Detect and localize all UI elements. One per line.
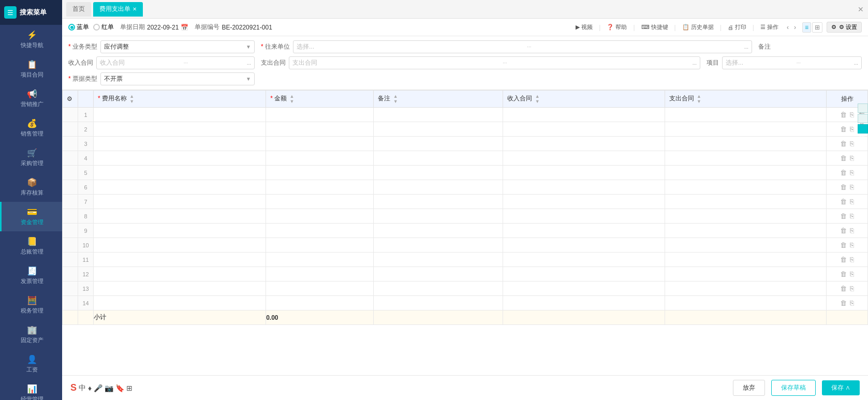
row-remark-cell[interactable]: [374, 224, 503, 238]
toolbar-actions-btn[interactable]: ☰ 操作: [758, 22, 781, 32]
save-draft-button[interactable]: 保存草稿: [771, 380, 816, 396]
row-income-contract-cell[interactable]: [503, 122, 665, 137]
row-expense-name-cell[interactable]: [94, 253, 266, 267]
brand-grid-icon[interactable]: ⊞: [126, 384, 133, 392]
row-expense-contract-cell[interactable]: [665, 137, 826, 151]
row-expense-name-cell[interactable]: [94, 180, 266, 195]
row-income-contract-cell[interactable]: [503, 166, 665, 180]
row-expense-contract-cell[interactable]: [665, 151, 826, 166]
row-delete-icon[interactable]: 🗑: [840, 183, 847, 191]
toolbar-print-btn[interactable]: 🖨 打印: [726, 22, 748, 32]
row-income-contract-cell[interactable]: [503, 180, 665, 195]
row-expense-contract-cell[interactable]: [665, 195, 826, 209]
nav-prev[interactable]: ‹: [785, 23, 791, 32]
row-expense-name-cell[interactable]: [94, 122, 266, 137]
row-delete-icon[interactable]: 🗑: [840, 285, 847, 292]
row-delete-icon[interactable]: 🗑: [840, 299, 847, 307]
row-expense-name-cell[interactable]: [94, 151, 266, 166]
sidebar-header[interactable]: ☰ 搜索菜单: [0, 0, 62, 25]
sidebar-item-purchase[interactable]: 🛒采购管理: [0, 143, 62, 172]
setting-button[interactable]: ⚙ ⚙ 设置: [827, 22, 862, 33]
row-remark-cell[interactable]: [374, 209, 503, 224]
row-copy-icon[interactable]: ⎘: [850, 183, 854, 191]
row-expense-contract-cell[interactable]: [665, 209, 826, 224]
tab-home[interactable]: 首页: [66, 2, 91, 17]
row-expense-contract-cell[interactable]: [665, 238, 826, 253]
row-expense-name-cell[interactable]: [94, 267, 266, 282]
row-remark-cell[interactable]: [374, 296, 503, 310]
brand-zhong-icon[interactable]: 中: [79, 383, 86, 393]
row-delete-icon[interactable]: 🗑: [840, 140, 847, 147]
sidebar-item-accounting[interactable]: 📒总账管理: [0, 231, 62, 261]
row-expense-name-cell[interactable]: [94, 137, 266, 151]
row-delete-icon[interactable]: 🗑: [840, 111, 847, 118]
row-expense-contract-cell[interactable]: [665, 108, 826, 122]
row-delete-icon[interactable]: 🗑: [840, 256, 847, 263]
table-income-contract-col[interactable]: 收入合同 ▲▼: [503, 91, 665, 108]
row-amount-cell[interactable]: [266, 137, 374, 151]
row-remark-cell[interactable]: [374, 282, 503, 296]
row-income-contract-cell[interactable]: [503, 224, 665, 238]
row-expense-name-cell[interactable]: [94, 195, 266, 209]
row-delete-icon[interactable]: 🗑: [840, 241, 847, 249]
row-income-contract-cell[interactable]: [503, 151, 665, 166]
row-amount-cell[interactable]: [266, 209, 374, 224]
window-close-btn[interactable]: ✕: [858, 5, 864, 13]
sidebar-item-operations[interactable]: 📊经营管理: [0, 379, 62, 400]
row-copy-icon[interactable]: ⎘: [850, 140, 854, 147]
sidebar-item-fixed-assets[interactable]: 🏢固定资产: [0, 320, 62, 349]
row-remark-cell[interactable]: [374, 122, 503, 137]
row-remark-cell[interactable]: [374, 151, 503, 166]
row-expense-name-cell[interactable]: [94, 238, 266, 253]
row-copy-icon[interactable]: ⎘: [850, 285, 854, 292]
row-expense-contract-cell[interactable]: [665, 224, 826, 238]
sidebar-item-marketing[interactable]: 📢营销推广: [0, 84, 62, 113]
side-note-btn[interactable]: 附: [858, 103, 868, 113]
view-list-btn[interactable]: ≡: [802, 22, 811, 33]
tab-expense[interactable]: 费用支出单 ✕: [93, 2, 143, 17]
table-amount-col[interactable]: * 金额 ▲▼: [266, 91, 374, 108]
row-amount-cell[interactable]: [266, 195, 374, 209]
row-copy-icon[interactable]: ⎘: [850, 256, 854, 263]
row-expense-contract-cell[interactable]: [665, 122, 826, 137]
calendar-icon[interactable]: 📅: [181, 24, 188, 31]
row-income-contract-cell[interactable]: [503, 209, 665, 224]
row-remark-cell[interactable]: [374, 108, 503, 122]
brand-mic-icon[interactable]: 🎤: [94, 384, 102, 392]
row-expense-name-cell[interactable]: [94, 209, 266, 224]
counterpart-input[interactable]: 选择... ···: [293, 40, 752, 53]
biz-type-select[interactable]: 应付调整 ▼: [100, 40, 255, 53]
toolbar-help-btn[interactable]: ❓ 帮助: [605, 22, 629, 32]
row-income-contract-cell[interactable]: [503, 195, 665, 209]
row-remark-cell[interactable]: [374, 253, 503, 267]
invoice-type-select[interactable]: 不开票 ▼: [100, 72, 255, 85]
row-remark-cell[interactable]: [374, 180, 503, 195]
row-copy-icon[interactable]: ⎘: [850, 125, 854, 133]
sidebar-item-quick-nav[interactable]: ⚡快捷导航: [0, 25, 62, 54]
sidebar-item-tax[interactable]: 🧮税务管理: [0, 290, 62, 320]
sidebar-item-capital[interactable]: 💳资金管理: [0, 202, 62, 231]
row-remark-cell[interactable]: [374, 238, 503, 253]
row-amount-cell[interactable]: [266, 253, 374, 267]
sidebar-item-salary[interactable]: 👤工资: [0, 349, 62, 379]
row-expense-contract-cell[interactable]: [665, 166, 826, 180]
row-amount-cell[interactable]: [266, 166, 374, 180]
row-amount-cell[interactable]: [266, 180, 374, 195]
toolbar-history-btn[interactable]: 📋 历史单据: [680, 22, 716, 32]
row-remark-cell[interactable]: [374, 195, 503, 209]
row-amount-cell[interactable]: [266, 238, 374, 253]
row-amount-cell[interactable]: [266, 151, 374, 166]
row-expense-name-cell[interactable]: [94, 166, 266, 180]
table-gear-col[interactable]: ⚙: [63, 91, 78, 108]
row-expense-contract-cell[interactable]: [665, 267, 826, 282]
sidebar-item-project-contract[interactable]: 📋项目合同: [0, 54, 62, 84]
row-expense-contract-cell[interactable]: [665, 180, 826, 195]
row-copy-icon[interactable]: ⎘: [850, 241, 854, 249]
row-copy-icon[interactable]: ⎘: [850, 154, 854, 162]
row-expense-contract-cell[interactable]: [665, 282, 826, 296]
row-expense-name-cell[interactable]: [94, 282, 266, 296]
row-delete-icon[interactable]: 🗑: [840, 198, 847, 205]
row-remark-cell[interactable]: [374, 137, 503, 151]
row-copy-icon[interactable]: ⎘: [850, 111, 854, 118]
row-expense-contract-cell[interactable]: [665, 253, 826, 267]
